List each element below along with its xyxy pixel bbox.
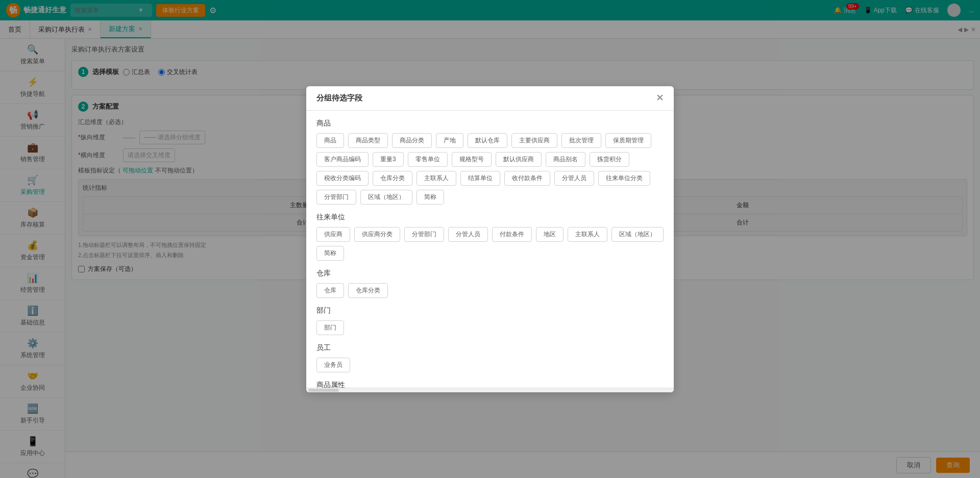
field-goods-11[interactable]: 零售单位: [408, 152, 448, 167]
field-goods-2[interactable]: 商品类型: [348, 133, 388, 148]
field-goods-9[interactable]: 客户商品编码: [316, 152, 369, 167]
field-grid-goods: 商品 商品类型 商品分类 产地 默认仓库 主要供应商 批次管理 保质期管理 客户…: [316, 133, 664, 205]
field-goods-19[interactable]: 结算单位: [460, 171, 500, 186]
field-goods-13[interactable]: 默认供应商: [496, 152, 542, 167]
field-partner-7[interactable]: 主联系人: [568, 227, 607, 242]
modal-close-button[interactable]: ✕: [656, 93, 664, 103]
field-grid-dept: 部门: [316, 320, 664, 335]
section-title-attr: 商品属性: [316, 381, 664, 388]
field-partner-1[interactable]: 供应商: [316, 227, 350, 242]
field-partner-4[interactable]: 分管人员: [448, 227, 488, 242]
modal-header: 分组待选字段 ✕: [306, 86, 674, 111]
field-select-modal: 分组待选字段 ✕ 商品 商品 商品类型 商品分类 产地 默认仓库 主要供应商 批…: [306, 86, 674, 392]
field-goods-17[interactable]: 仓库分类: [373, 171, 412, 186]
field-partner-5[interactable]: 付款条件: [492, 227, 532, 242]
field-partner-3[interactable]: 分管部门: [404, 227, 444, 242]
field-goods-21[interactable]: 分管人员: [554, 171, 594, 186]
field-goods-23[interactable]: 分管部门: [316, 190, 356, 205]
field-partner-9[interactable]: 简称: [316, 246, 344, 261]
field-goods-14[interactable]: 商品别名: [546, 152, 585, 167]
modal-title: 分组待选字段: [316, 93, 362, 103]
section-title-warehouse: 仓库: [316, 269, 664, 278]
field-goods-12[interactable]: 规格型号: [452, 152, 492, 167]
field-goods-24[interactable]: 区域（地区）: [360, 190, 412, 205]
field-staff-1[interactable]: 业务员: [316, 358, 350, 372]
field-grid-staff: 业务员: [316, 358, 664, 372]
modal-scroll-thumb-x[interactable]: [308, 389, 339, 392]
modal-body: 商品 商品 商品类型 商品分类 产地 默认仓库 主要供应商 批次管理 保质期管理…: [306, 111, 674, 388]
field-goods-3[interactable]: 商品分类: [392, 133, 432, 148]
field-dept-1[interactable]: 部门: [316, 320, 344, 335]
field-goods-22[interactable]: 往来单位分类: [598, 171, 650, 186]
section-title-staff: 员工: [316, 343, 664, 353]
field-partner-6[interactable]: 地区: [536, 227, 564, 242]
field-goods-5[interactable]: 默认仓库: [468, 133, 507, 148]
field-partner-2[interactable]: 供应商分类: [354, 227, 400, 242]
field-partner-8[interactable]: 区域（地区）: [611, 227, 664, 242]
field-goods-18[interactable]: 主联系人: [416, 171, 456, 186]
field-warehouse-1[interactable]: 仓库: [316, 283, 344, 298]
field-grid-warehouse: 仓库 仓库分类: [316, 283, 664, 298]
field-goods-20[interactable]: 收付款条件: [504, 171, 550, 186]
field-goods-1[interactable]: 商品: [316, 133, 344, 148]
field-goods-8[interactable]: 保质期管理: [605, 133, 651, 148]
field-goods-7[interactable]: 批次管理: [561, 133, 601, 148]
field-goods-16[interactable]: 税收分类编码: [316, 171, 369, 186]
field-goods-6[interactable]: 主要供应商: [511, 133, 557, 148]
section-title-dept: 部门: [316, 306, 664, 315]
field-goods-15[interactable]: 拣货积分: [590, 152, 629, 167]
field-grid-partner: 供应商 供应商分类 分管部门 分管人员 付款条件 地区 主联系人 区域（地区） …: [316, 227, 664, 261]
section-title-goods: 商品: [316, 119, 664, 128]
field-goods-4[interactable]: 产地: [436, 133, 463, 148]
modal-overlay: 分组待选字段 ✕ 商品 商品 商品类型 商品分类 产地 默认仓库 主要供应商 批…: [0, 0, 980, 478]
field-goods-25[interactable]: 简称: [416, 190, 444, 205]
field-warehouse-2[interactable]: 仓库分类: [348, 283, 388, 298]
section-title-partner: 往来单位: [316, 213, 664, 222]
field-goods-10[interactable]: 重量3: [373, 152, 404, 167]
modal-scroll-bar-x[interactable]: [306, 388, 674, 392]
